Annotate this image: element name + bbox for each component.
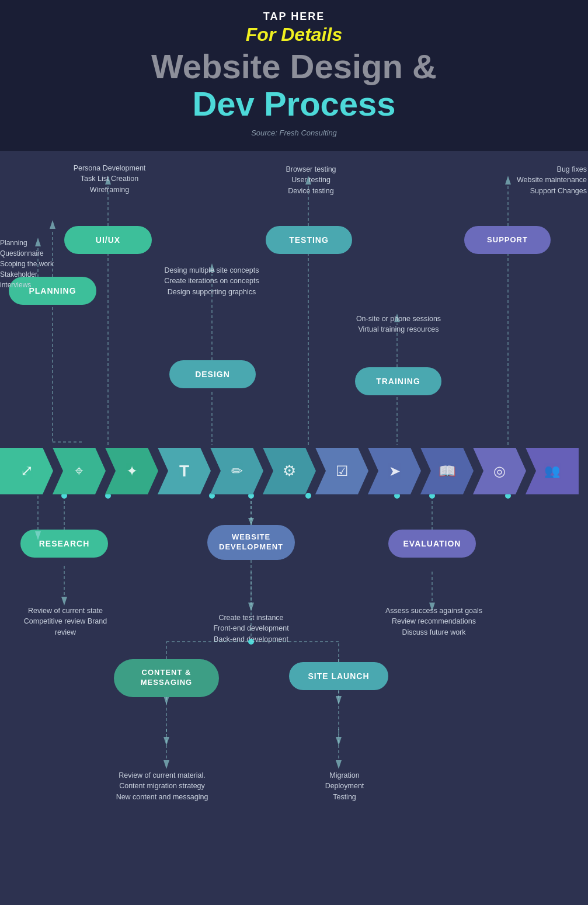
checklist-icon: ☑ (336, 463, 349, 479)
site-launch-notes: Migration Deployment Testing (292, 770, 397, 803)
banner-segment-1: ⤢ (0, 448, 53, 495)
diagram: UI/UX PLANNING DESIGN TESTING TRAINING S… (0, 151, 588, 869)
svg-marker-60 (163, 737, 169, 746)
pencil-icon: ✏ (231, 463, 243, 479)
banner-segment-6: ⚙ (263, 448, 316, 495)
testing-node[interactable]: TESTING (266, 226, 352, 254)
banner-segment-3: ✦ (105, 448, 158, 495)
evaluation-notes: Assess success against goals Review reco… (378, 605, 489, 638)
testing-notes: Browser testing User testing Device test… (263, 164, 359, 197)
svg-marker-21 (248, 603, 254, 611)
design-node[interactable]: DESIGN (169, 360, 256, 388)
lower-connectors (0, 151, 588, 869)
svg-marker-1 (50, 220, 55, 229)
research-notes: Review of current state Competitive revi… (13, 605, 118, 638)
for-details-label[interactable]: For Details (246, 24, 342, 46)
svg-marker-62 (336, 737, 342, 746)
people-icon: 👥 (544, 464, 560, 479)
book-icon: 📖 (439, 463, 456, 479)
connector-svg (0, 151, 588, 869)
svg-marker-33 (336, 760, 342, 769)
typography-icon: T (179, 462, 189, 481)
title-line2: Dev Process (12, 85, 576, 123)
support-node[interactable]: SUPPORT (464, 226, 551, 254)
training-node[interactable]: TRAINING (355, 367, 441, 395)
uiux-notes: Persona Development Task List Creation W… (61, 163, 158, 196)
svg-marker-29 (163, 760, 169, 769)
header: TAP HERE For Details Website Design & De… (0, 0, 588, 151)
support-notes: Bug fixes Website maintenance Support Ch… (461, 164, 587, 197)
send-icon: ➤ (389, 463, 401, 479)
svg-marker-27 (163, 696, 169, 705)
svg-marker-31 (336, 696, 342, 705)
banner-segment-5: ✏ (210, 448, 263, 495)
research-node[interactable]: RESEARCH (20, 530, 108, 558)
svg-marker-17 (61, 597, 67, 605)
target-icon: ◎ (493, 463, 506, 479)
website-dev-node[interactable]: WEBSITE DEVELOPMENT (207, 525, 295, 560)
banner-segment-11: 👥 (526, 448, 579, 495)
sparkle-icon: ✦ (126, 463, 138, 479)
tap-here-label: TAP HERE (12, 11, 576, 23)
svg-marker-52 (248, 518, 254, 525)
banner-segment-9: 📖 (420, 448, 474, 495)
training-notes: On-site or phone sessions Virtual traini… (345, 314, 453, 336)
content-notes: Review of current material. Content migr… (99, 770, 225, 803)
source-text: Source: Fresh Consulting (12, 128, 576, 137)
search-icon: ⌖ (75, 462, 83, 480)
gear-icon: ⚙ (283, 462, 296, 480)
banner-segment-8: ➤ (368, 448, 421, 495)
design-notes: Desing multiple site concepts Create ite… (158, 265, 266, 298)
banner-segment-4: T (158, 448, 211, 495)
banner-segment-2: ⌖ (53, 448, 106, 495)
evaluation-node[interactable]: EVALUATION (388, 530, 476, 558)
banner-segment-10: ◎ (473, 448, 526, 495)
planning-notes: Planning Questionnaire Scoping the work … (0, 238, 70, 290)
banner-segment-7: ☑ (315, 448, 368, 495)
arrows-icon: ⤢ (20, 462, 33, 480)
website-dev-notes: Create test instance Front-end developme… (201, 612, 301, 645)
site-launch-node[interactable]: SITE LAUNCH (289, 662, 388, 690)
title-line1: Website Design & (12, 48, 576, 85)
content-messaging-node[interactable]: CONTENT & MESSAGING (114, 659, 219, 697)
process-banner: ⤢ ⌖ ✦ T ✏ ⚙ ☑ ➤ 📖 (0, 448, 588, 495)
uiux-node[interactable]: UI/UX (64, 226, 152, 254)
